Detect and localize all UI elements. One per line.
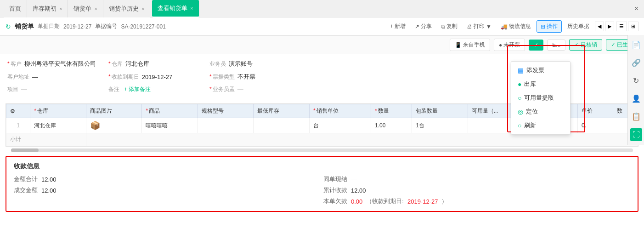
payment-date-field: 收款到期日 2019-12-27 xyxy=(108,73,200,81)
logistics-button[interactable]: 🚚 物流信息 xyxy=(497,21,535,32)
close-window-icon[interactable]: × xyxy=(634,5,638,13)
copy-button[interactable]: ⧉ 复制 xyxy=(437,21,461,32)
amount-value: 12.00 xyxy=(41,176,56,183)
col-gear: ⚙ xyxy=(6,104,30,118)
address-label: 客户地址 xyxy=(7,73,29,81)
list-view-btn[interactable]: ☰ xyxy=(616,22,627,31)
row-pack-qty: 1台 xyxy=(412,118,468,133)
staff-field: 业务员 演示账号 xyxy=(209,60,301,68)
prev-arrow[interactable]: ◀ xyxy=(595,22,604,31)
right-sidebar: 📄 🔗 ↻ 👤 📋 ⛶ xyxy=(627,35,644,145)
customer-value: 柳州粤港平安气体有限公司 xyxy=(24,60,96,68)
share-button[interactable]: ↗ 分享 xyxy=(411,21,435,32)
menu-item-out-stock[interactable]: ● 出库 xyxy=(511,77,570,91)
col-price: 单价 xyxy=(578,104,613,118)
doc-date-label: 单据日期 xyxy=(38,23,60,30)
sidebar-refresh-icon[interactable]: ↻ xyxy=(631,74,641,87)
ticket-type-field: 票据类型 不开票 xyxy=(209,73,301,81)
due-note: （收款到期日: xyxy=(366,197,404,205)
menu-item-locate[interactable]: ◎ 定位 xyxy=(511,105,570,119)
view-buttons: ☰ ⊞ xyxy=(616,22,638,31)
remark-field: 备注 + 添加备注 xyxy=(108,85,200,93)
total-receipt-row: 累计收款 12.00 xyxy=(323,186,630,194)
doc-icon: ↻ xyxy=(6,23,11,30)
not-open-btn[interactable]: ● 未开票 xyxy=(494,39,525,51)
doc-title: 销货单 xyxy=(15,23,34,31)
col-spec: 规格型号 xyxy=(198,104,254,118)
col-warehouse: 仓库 xyxy=(30,104,86,118)
add-remark-btn[interactable]: + 添加备注 xyxy=(122,85,153,93)
close-tab-view-sales[interactable]: × xyxy=(190,6,193,11)
ticket-icon: ● xyxy=(499,42,502,48)
menu-item-add-invoice[interactable]: ▤ 添发票 xyxy=(511,63,570,77)
deal-amount-row: 成交金额 12.00 xyxy=(14,186,321,194)
tab-sales-history[interactable]: 销货单历史 × xyxy=(103,0,150,17)
payment-left: 金额合计 12.00 成交金额 12.00 xyxy=(14,175,321,205)
due-close: ） xyxy=(441,197,447,205)
tab-inventory[interactable]: 库存期初 × xyxy=(27,0,68,17)
sidebar-clipboard-icon[interactable]: 📋 xyxy=(630,110,643,123)
tab-home[interactable]: 首页 xyxy=(4,0,27,17)
amount-row: 金额合计 12.00 xyxy=(14,175,321,183)
next-arrow[interactable]: ▶ xyxy=(605,22,614,31)
grid-icon: ⊞ xyxy=(541,23,545,30)
close-tab-inventory[interactable]: × xyxy=(59,6,62,11)
row-spec xyxy=(198,118,254,133)
customer-label: 客户 xyxy=(7,60,22,68)
col-qty: 数量 xyxy=(371,104,412,118)
main-toolbar: ↻ 销货单 单据日期 2019-12-27 单据编号 SA-20191227-0… xyxy=(0,17,644,36)
staff-label: 业务员 xyxy=(209,60,226,68)
print-button[interactable]: 🖨 打印 ▼ xyxy=(463,21,495,32)
close-tab-sales-history[interactable]: × xyxy=(141,6,144,11)
same-bill-value: — xyxy=(351,176,357,183)
col-image: 商品图片 xyxy=(86,104,142,118)
due-date: 2019-12-27 xyxy=(407,198,438,205)
check-btn[interactable]: ✓ xyxy=(529,40,543,51)
tab-sales[interactable]: 销货单 × xyxy=(68,0,103,17)
payment-date-value: 2019-12-27 xyxy=(142,74,173,80)
history-button[interactable]: 历史单据 xyxy=(564,21,593,32)
grid-view-btn[interactable]: ⊞ xyxy=(628,22,638,31)
out-stock-icon: ● xyxy=(518,80,521,88)
sidebar-doc-icon[interactable]: 📄 xyxy=(630,39,643,51)
doc-date-value: 2019-12-27 xyxy=(63,23,91,30)
col-pack-qty: 包装数量 xyxy=(412,104,468,118)
doc-info: ↻ 销货单 单据日期 2019-12-27 单据编号 SA-20191227-0… xyxy=(6,23,384,31)
cancelled-btn[interactable]: ✓ 已核销 xyxy=(569,39,602,51)
total-receipt-value: 12.00 xyxy=(351,187,366,194)
warehouse-value: 河北仓库 xyxy=(125,60,149,68)
salesperson-label: 业务员孟 xyxy=(209,85,235,93)
check2-btn[interactable]: E... xyxy=(547,40,565,51)
locate-icon: ◎ xyxy=(518,108,523,115)
locate-label: 定位 xyxy=(526,108,538,116)
warehouse-field: 仓库 河北仓库 xyxy=(108,60,200,68)
project-label: 项目 xyxy=(7,85,18,93)
row-min-stock xyxy=(254,118,310,133)
close-tab-sales[interactable]: × xyxy=(94,6,97,11)
sidebar-user-icon[interactable]: 👤 xyxy=(630,92,643,105)
same-bill-label: 同单现结 xyxy=(323,175,347,183)
new-button[interactable]: + 新增 xyxy=(386,21,409,32)
doc-no-label: 单据编号 xyxy=(95,23,117,30)
scrollbar-area[interactable] xyxy=(6,148,638,152)
invoice-icon: ▤ xyxy=(518,67,524,74)
tab-view-sales[interactable]: 查看销货单 × xyxy=(152,0,199,17)
payment-date-label: 收款到期日 xyxy=(108,73,139,81)
deal-amount-label: 成交金额 xyxy=(14,186,38,194)
print-icon: 🖨 xyxy=(467,23,472,30)
subtotal-row: 小计 xyxy=(6,133,638,146)
mobile-icon: 📱 xyxy=(455,42,462,48)
sidebar-expand-icon[interactable]: ⛶ xyxy=(630,128,642,141)
check-circle-icon: ✓ xyxy=(574,41,579,48)
menu-item-refresh[interactable]: ○ 刷新 xyxy=(511,119,570,132)
payment-info-title: 收款信息 xyxy=(14,162,630,171)
col-product: 商品 xyxy=(142,104,198,118)
menu-item-available[interactable]: ○ 可用量提取 xyxy=(511,91,570,105)
second-toolbar: 📱 来自手机 ● 未开票 ✓ E... ✓ 已核销 ✓ 已生效 xyxy=(0,36,644,54)
refresh-label: 刷新 xyxy=(524,121,536,130)
sidebar-link-icon[interactable]: 🔗 xyxy=(630,57,643,69)
from-mobile-btn[interactable]: 📱 来自手机 xyxy=(450,39,490,51)
operate-button[interactable]: ⊞ 操作 xyxy=(537,20,562,33)
row-unit: 台 xyxy=(310,118,371,133)
amount-label: 金额合计 xyxy=(14,175,38,183)
